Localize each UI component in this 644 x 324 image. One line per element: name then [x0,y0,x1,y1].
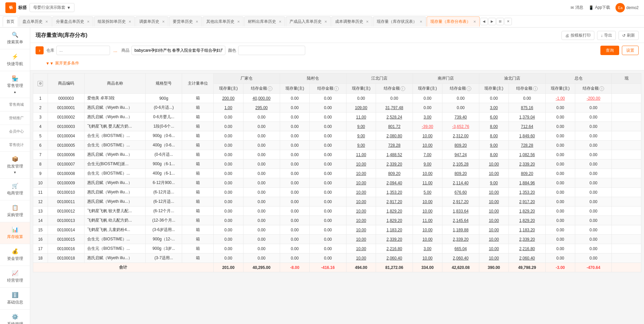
table-row: 00100016 [48,244,84,253]
tab-7[interactable]: 材料出库单历史 ✕ [244,16,285,27]
tab-8[interactable]: 产成品入库单历史 ✕ [286,16,331,27]
tab-4[interactable]: 调拨单历史 ✕ [136,16,168,27]
c2a-info-icon[interactable]: i [334,86,339,91]
th-spec: 规格型号 [146,74,182,94]
table-cell-num: 2,080.80 [376,131,413,141]
tab-7-close-icon[interactable]: ✕ [279,20,281,24]
logo-area: 畅 标搭 [5,2,27,13]
table-cell-num: 10.00 [346,216,376,225]
table-cell-num: 8.00 [479,122,509,131]
summary-cell: 42,620.08 [442,263,479,272]
tab-9[interactable]: 成本调整单历史 ✕ [331,16,372,27]
table-cell-num: 2,339.20 [509,235,545,244]
tab-3[interactable]: 组装拆卸单历史 ✕ [94,16,135,27]
refresh-btn[interactable]: ↺ 刷新 [619,31,639,40]
table-row: 10 [33,178,48,188]
user-area[interactable]: Ea demo2 [615,3,639,12]
tab-2-close-icon[interactable]: ✕ [87,20,90,24]
sidebar-item-quicknav[interactable]: ⚡ 快捷导航 [0,49,30,71]
tab-1-close-icon[interactable]: ✕ [45,20,48,24]
sidebar-item-members[interactable]: 会员中心 [0,125,30,138]
tab-7-label: 材料出库单历史 [248,19,276,25]
tab-nav-prev[interactable]: ◀ [480,18,488,25]
app-download-btn[interactable]: 📱 App下载 [589,5,610,10]
filter-bar: › 仓库 ... 商品 颜色 查询 设置 [30,43,644,71]
table-row: 飞鹤星飞帆 儿童奶粉4... [84,225,145,235]
print-icon: 🖨 [565,33,569,38]
store-selector[interactable]: 母婴行业演示陈套 ▼ [30,3,74,12]
tab-2[interactable]: 分量盘点单历史 ✕ [52,16,93,27]
message-btn[interactable]: ✉ 消息 [571,5,583,10]
table-cell-num: 0.00 [280,216,310,225]
settings-icon[interactable]: ⚙ [38,81,43,86]
sidebar-item-operations[interactable]: 📈 经营管理 [0,266,30,288]
table-cell-num: 9.00 [346,122,376,131]
filter-warehouse-input[interactable] [56,46,110,55]
tab-10-close-icon[interactable]: ✕ [420,20,422,24]
tab-11[interactable]: 现存量（库存分布表） ✕ [427,16,480,27]
filter-expand-btn[interactable]: ▼▼ 展开更多条件 [46,59,79,67]
table-cell-num: 676.60 [442,188,479,197]
table-container[interactable]: ⚙ 商品编码 商品名称 规格型号 主计量单位 厂家仓 陆村仓 江北门店 南岸门店… [30,71,644,324]
sidebar-item-finance[interactable]: 💰 资金管理 [0,244,30,266]
tab-10[interactable]: 现存量（库存状况表） ✕ [373,16,426,27]
summary-cell: -416.16 [310,263,346,272]
setting-btn[interactable]: 设置 [622,46,639,55]
table-cell-num: 10.00 [479,188,509,197]
table-row: 惠氏启赋（Wyeth illu...） [84,103,145,112]
c4a-info-icon[interactable]: i [467,86,471,91]
filter-warehouse-ellipsis[interactable]: ... [112,48,119,53]
tab-home[interactable]: 首页 [3,16,18,27]
table-cell-num: 2,114.40 [442,178,479,188]
filter-color-input[interactable] [238,46,305,55]
sidebar-item-search[interactable]: 🔍 搜索英单 [0,28,30,49]
c3a-info-icon[interactable]: i [400,86,405,91]
filter-goods-input[interactable] [131,46,225,55]
tab-6-label: 其他出库单历史 [206,19,234,25]
table-cell-num [612,197,641,206]
export-btn[interactable]: ↓ 导出 [597,31,616,40]
c1a-info-icon[interactable]: i [268,86,272,91]
tab-9-close-icon[interactable]: ✕ [366,20,369,24]
search-btn[interactable]: 查询 [600,46,619,55]
sidebar-item-wholesale[interactable]: 📦 批发管理 ▼ [0,152,30,179]
tab-8-close-icon[interactable]: ✕ [324,20,327,24]
tab-11-close-icon[interactable]: ✕ [473,20,476,24]
tab-close-all-icon[interactable]: ✕ [504,18,512,25]
table-cell-num: 0.00 [509,94,545,103]
table-cell-num: 0.00 [310,197,346,206]
tab-6-close-icon[interactable]: ✕ [237,20,240,24]
table-cell-num: 10.00 [346,169,376,178]
table-row: 9 [33,169,48,178]
sidebar-item-ecommerce[interactable]: 🛒 电商管理 [0,179,30,200]
print-btn[interactable]: 🖨 按模板打印 [561,31,594,40]
tab-4-close-icon[interactable]: ✕ [162,20,165,24]
c5a-info-icon[interactable]: i [533,86,538,91]
table-cell-num: 10.00 [479,206,509,216]
sidebar-item-purchase[interactable]: 📋 采购管理 [0,200,30,222]
sidebar-item-retail-stats[interactable]: 零售统计 [0,138,30,152]
sidebar-item-basic-info[interactable]: ℹ️ 基础信息 [0,288,30,310]
tab-5[interactable]: 要货单历史 ✕ [169,16,202,27]
table-row: 箱 [182,94,214,103]
sidebar-item-retail-mgmt[interactable]: 🏪 零售管理 ▲ [0,71,30,98]
tab-3-close-icon[interactable]: ✕ [128,20,131,24]
c6a-info-icon[interactable]: i [599,86,604,91]
summary-cell: 494.00 [346,263,376,272]
tab-1[interactable]: 盘点单历史 ✕ [19,16,52,27]
table-cell-num: 10.00 [346,197,376,206]
tab-nav-next[interactable]: ▶ [488,18,496,25]
tab-6[interactable]: 其他出库单历史 ✕ [203,16,244,27]
table-cell-num: 0.00 [575,188,612,197]
data-table: ⚙ 商品编码 商品名称 规格型号 主计量单位 厂家仓 陆村仓 江北门店 南岸门店… [33,73,641,272]
sidebar-item-inventory[interactable]: 📊 库存核算 [0,222,30,244]
filter-collapse-btn[interactable]: › [36,46,44,54]
tab-2-label: 分量盘点单历史 [56,19,84,25]
sidebar-item-system[interactable]: ⚙️ 系统管理 [0,310,30,324]
ecommerce-icon: 🛒 [12,183,18,189]
sidebar-item-retail-store[interactable]: 零售商城 [0,98,30,111]
sidebar-item-marketing[interactable]: 营销推广 [0,111,30,125]
wholesale-icon: 📦 [12,156,18,162]
tab-5-close-icon[interactable]: ✕ [196,20,198,24]
tab-expand-icon[interactable]: ⊞ [496,18,504,25]
